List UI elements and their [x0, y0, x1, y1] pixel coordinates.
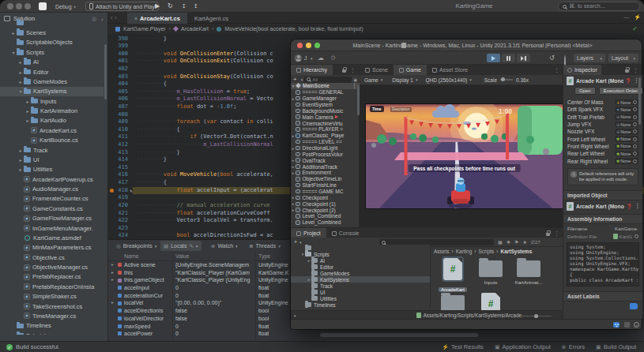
object-field[interactable]: ⊙None	[615, 114, 638, 120]
object-field[interactable]: ✽None	[615, 151, 638, 157]
line-number[interactable]: 416	[108, 171, 128, 179]
solution-tree-item[interactable]: KartGame.asmdef	[0, 233, 104, 242]
solution-tree-item[interactable]: #MinMaxParameters.cs	[0, 243, 104, 253]
zoom-window-icon[interactable]	[24, 3, 31, 9]
line-number[interactable]: 421	[108, 210, 128, 218]
project-tree-item[interactable]: Utilities	[291, 295, 430, 301]
hierarchy-item[interactable]: ▸OvalTrack	[291, 157, 360, 163]
label-icon[interactable]: ⚑	[514, 239, 518, 245]
expand-chevron[interactable]: ▸	[17, 69, 24, 75]
tab-inspector[interactable]: Inspector	[563, 65, 601, 75]
inspector-field[interactable]: Rear Left Wheel✽None	[563, 150, 642, 157]
solution-tree-item[interactable]: #PrefabReplacer.cs	[0, 272, 104, 282]
scene-header-row[interactable]: ▾MainScene⋮	[291, 83, 360, 89]
services-gear-icon[interactable]: ⚙	[330, 54, 336, 62]
inspector-field[interactable]: Front Left Wheel✽None	[563, 135, 642, 142]
run-target-dropdown[interactable]: Attach to Unity and Play	[85, 2, 159, 11]
hierarchy-item[interactable]: BackgroundMusic	[291, 107, 360, 114]
expand-chevron[interactable]: ▸	[24, 108, 31, 114]
solution-tree-item[interactable]: ScriptableObjects	[0, 38, 104, 47]
game-render[interactable]: Time Description 1:00 Pass all checkpoin…	[366, 104, 563, 208]
expand-chevron[interactable]: ▸	[111, 276, 114, 284]
object-field[interactable]: ✛None	[615, 99, 638, 106]
expand-chevron[interactable]: ▸	[10, 30, 17, 36]
solution-tree-item[interactable]: ▸UI	[0, 155, 104, 164]
hidden-count-badge[interactable]: ∅27	[531, 239, 540, 245]
expand-chevron[interactable]: ▸	[24, 99, 31, 104]
col-name[interactable]: Name	[124, 253, 139, 259]
line-number[interactable]: 405	[108, 88, 128, 96]
line-number[interactable]: 413	[108, 149, 128, 157]
display-dropdown[interactable]: Display 1▾	[392, 77, 417, 83]
variable-row[interactable]: localVelDirectiorfalsebool	[108, 315, 291, 323]
line-number[interactable]: 412	[108, 141, 128, 149]
hierarchy-search[interactable]	[304, 77, 352, 83]
hierarchy-item[interactable]: Level_Combined	[291, 219, 360, 226]
variable-row[interactable]: accelerationCur0float	[108, 292, 291, 300]
solution-tree-item[interactable]: #PrefabReplacerOnInsta	[0, 282, 104, 291]
imported-script-header[interactable]: # Arcade Kart (Mono ❓⋮	[563, 200, 642, 212]
solution-tree-item[interactable]: ▾Scripts	[0, 47, 104, 57]
solution-tree-item[interactable]: #TimeManager.cs	[0, 311, 104, 320]
icon-size-slider[interactable]	[522, 316, 552, 317]
add-object-button[interactable]: +	[293, 76, 297, 83]
step-button[interactable]	[517, 54, 530, 62]
line-number[interactable]: 406	[108, 95, 128, 103]
line-number[interactable]: 402	[108, 66, 128, 73]
script-component-header[interactable]: # Arcade Kart (Mono ❓⋮	[563, 75, 642, 86]
hierarchy-item[interactable]: ▸GameManager	[291, 95, 360, 102]
line-number[interactable]: 419	[108, 194, 128, 202]
menu-icon[interactable]: ⋮	[554, 67, 559, 73]
variable-row[interactable]: ▸this"KartClassic_Player (KartGamKartGam…	[108, 269, 291, 277]
line-number[interactable]: 407	[108, 103, 128, 111]
tab-nav-arrows[interactable]: ‹›	[111, 15, 119, 21]
hierarchy-item[interactable]: ▸Checkpoint	[291, 194, 360, 200]
line-number[interactable]: 422	[108, 217, 128, 225]
asset-item[interactable]: #ArcadeKart	[435, 258, 470, 294]
add-asset-button[interactable]: +	[294, 239, 297, 245]
line-number[interactable]: 418	[108, 187, 128, 195]
line-number[interactable]: 408	[108, 111, 128, 119]
account-avatar-icon[interactable]	[295, 54, 302, 62]
statusbar-test-results[interactable]: ⚡Test Results	[442, 343, 484, 350]
menu-icon[interactable]: ⋮	[635, 203, 640, 209]
object-picker-icon[interactable]	[633, 144, 637, 148]
solution-tree-item[interactable]: ▸Track	[0, 145, 104, 155]
solution-tree-item[interactable]: #ArcadeKartPowerup.cs	[0, 174, 104, 184]
layers-dropdown[interactable]: Layers▾	[574, 54, 605, 62]
hierarchy-item[interactable]: ▸KartClassic_Playe	[291, 133, 360, 139]
object-field[interactable]: ⊙None	[615, 129, 638, 135]
version-control-icon[interactable]: ❖	[507, 239, 510, 245]
variable-row[interactable]: maxSpeed0float	[108, 323, 291, 331]
breadcrumb-item[interactable]: KartGame.Player	[123, 26, 166, 32]
hierarchy-item[interactable]: ▸Environment	[291, 170, 360, 176]
horizontal-scrollbar[interactable]	[320, 333, 478, 337]
hierarchy-item[interactable]: ===== GAME MC	[291, 189, 360, 195]
asset-labels-header[interactable]: Asset Labels	[563, 291, 642, 301]
project-tree-item[interactable]	[291, 245, 430, 251]
solution-tree-item[interactable]: ▸Tutorials	[0, 331, 104, 335]
asset-item[interactable]	[435, 293, 470, 310]
asset-item[interactable]: KartAnimat...	[511, 258, 546, 285]
statusbar-errors[interactable]: ⊗Errors	[562, 343, 585, 350]
object-field[interactable]: ✦None	[615, 107, 638, 113]
scale-slider[interactable]	[500, 79, 513, 81]
solution-tree-item[interactable]: ▸KartAudio	[0, 116, 104, 125]
breadcrumb-item[interactable]: Scripts	[478, 249, 494, 254]
expand-chevron[interactable]: ▸	[17, 79, 24, 84]
solution-tree-item[interactable]: #SimpleShaker.cs	[0, 292, 104, 301]
expand-chevron[interactable]: ▾	[291, 84, 296, 88]
variable-row[interactable]: accelDirectionIsfalsebool	[108, 307, 291, 315]
variable-row[interactable]: ▸localVel"(0.00, 0.00, 0.00)"UnityEngine	[108, 299, 291, 307]
solution-tree-item[interactable]: #ObjectiveManager.cs	[0, 262, 104, 271]
solution-tree-item[interactable]: ▸AI	[0, 58, 104, 67]
hierarchy-item[interactable]: CinemachineVirtu	[291, 120, 360, 126]
editor-tab[interactable]: ×ArcadeKart.cs	[127, 13, 187, 24]
object-picker-icon[interactable]	[633, 107, 637, 111]
unity-close-icon[interactable]	[297, 43, 303, 48]
help-icon[interactable]: ❓	[626, 78, 632, 84]
expand-chevron[interactable]: ▸	[111, 269, 114, 277]
search-filter-icon[interactable]: ▣	[353, 77, 357, 82]
step-out-icon[interactable]: ↥	[194, 2, 198, 10]
version-control-status-icon[interactable]	[613, 322, 620, 328]
